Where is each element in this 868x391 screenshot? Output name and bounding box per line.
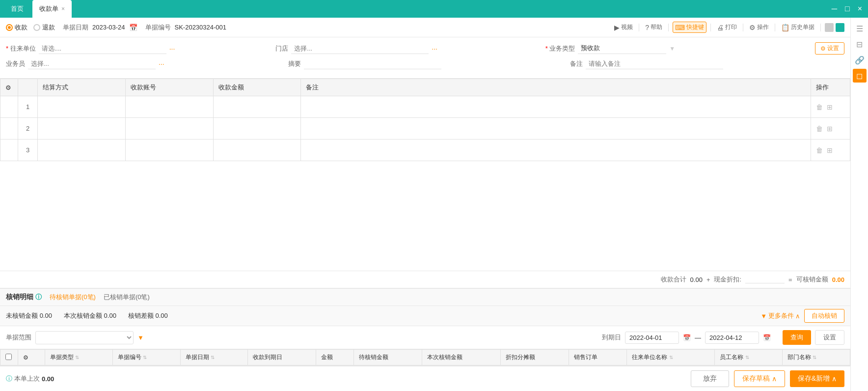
window-maximize[interactable]: □: [843, 4, 852, 13]
td-num-1: 1: [18, 96, 38, 118]
print-btn[interactable]: 🖨 打印: [715, 22, 739, 32]
sort-doc-no[interactable]: ⇅: [143, 355, 147, 360]
sort-staff[interactable]: ⇅: [745, 355, 749, 360]
hexiao-table-container: ⚙ 单据类型 ⇅ 单据编号 ⇅ 单据日期 ⇅: [0, 349, 850, 365]
sort-department[interactable]: ⇅: [813, 355, 816, 360]
layout-icon-2[interactable]: [836, 23, 844, 32]
store-field: 门店 ···: [275, 43, 537, 54]
td-amount-2[interactable]: [213, 118, 301, 140]
video-icon: ▶: [614, 24, 620, 31]
store-more-icon[interactable]: ···: [432, 45, 437, 53]
save-new-arrow[interactable]: ∧: [832, 375, 837, 383]
td-account-1[interactable]: [125, 96, 213, 118]
td-remarks-1[interactable]: [301, 96, 811, 118]
form-settings-btn[interactable]: ⚙ 设置: [815, 42, 844, 55]
hexiao-info-icon[interactable]: ⓘ: [35, 293, 42, 302]
abandon-btn[interactable]: 放弃: [691, 370, 729, 387]
help-btn[interactable]: ? 帮助: [643, 22, 664, 32]
th-gear[interactable]: ⚙: [18, 350, 45, 365]
td-settlement-2[interactable]: [38, 118, 126, 140]
td-amount-3[interactable]: [213, 140, 301, 161]
counterpart-input[interactable]: [39, 43, 166, 54]
date-to-input[interactable]: [705, 332, 759, 344]
save-new-btn[interactable]: 保存&新增 ∧: [790, 370, 844, 387]
td-remarks-3[interactable]: [301, 140, 811, 161]
delete-icon-1[interactable]: 🗑: [816, 103, 823, 111]
right-panel-icon-2[interactable]: ⊟: [853, 37, 867, 51]
doc-date-field: 单据日期 2023-03-24 📅: [63, 23, 137, 32]
copy-icon-3[interactable]: ⊞: [827, 146, 833, 154]
query-btn[interactable]: 查询: [783, 330, 811, 345]
td-actions-2: 🗑 ⊞: [811, 118, 850, 140]
radio-refund-label: 退款: [42, 23, 55, 32]
operations-btn[interactable]: ⚙ 操作: [747, 22, 771, 32]
hexiao-settings-btn[interactable]: 设置: [815, 330, 844, 345]
discount-input[interactable]: [745, 276, 785, 283]
td-account-3[interactable]: [125, 140, 213, 161]
more-conditions-btn[interactable]: ▼ 更多条件 ∧: [760, 311, 800, 320]
window-close[interactable]: ×: [856, 4, 864, 13]
td-account-2[interactable]: [125, 118, 213, 140]
select-all-checkbox[interactable]: [5, 354, 12, 360]
td-settlement-3[interactable]: [38, 140, 126, 161]
td-amount-1[interactable]: [213, 96, 301, 118]
td-remarks-2[interactable]: [301, 118, 811, 140]
salesperson-input[interactable]: [28, 58, 156, 69]
remarks-input[interactable]: [586, 58, 723, 69]
radio-refund[interactable]: 退款: [33, 23, 55, 32]
sort-doc-date[interactable]: ⇅: [211, 355, 215, 360]
tab-home[interactable]: 首页: [4, 0, 30, 18]
sort-counterpart[interactable]: ⇅: [669, 355, 673, 360]
business-type-arrow[interactable]: ▼: [669, 45, 675, 52]
save-draft-btn[interactable]: 保存草稿 ∧: [734, 370, 785, 387]
range-label: 单据范围: [6, 333, 31, 342]
cal-icon-2[interactable]: 📅: [763, 334, 771, 341]
footer-bar: ⓘ 本单上次 0.00 放弃 保存草稿 ∧ 保存&新增 ∧: [0, 365, 850, 391]
th-counterpart: 往来单位名称 ⇅: [627, 350, 715, 365]
pending-tab-link[interactable]: 待核销单据(0笔): [50, 293, 96, 302]
video-btn[interactable]: ▶ 视频: [612, 22, 635, 32]
cal-icon-1[interactable]: 📅: [683, 334, 691, 341]
th-settings[interactable]: ⚙: [0, 79, 18, 96]
remarks-label: 备注: [570, 59, 583, 68]
right-panel-icon-3[interactable]: 🔗: [853, 53, 867, 67]
delete-icon-2[interactable]: 🗑: [816, 125, 823, 133]
settings-label: 设置: [827, 44, 839, 53]
th-settlement: 结算方式: [38, 79, 126, 96]
date-from-input[interactable]: [625, 332, 679, 344]
range-field: 单据范围 ▼: [6, 331, 590, 344]
right-panel-icon-1[interactable]: ☰: [853, 22, 867, 35]
tab-close-icon[interactable]: ×: [61, 5, 65, 12]
calendar-icon[interactable]: 📅: [129, 24, 137, 31]
divider-4: [743, 24, 743, 31]
sort-doc-type[interactable]: ⇅: [75, 355, 79, 360]
window-minimize[interactable]: ─: [830, 4, 839, 13]
range-arrow[interactable]: ▼: [137, 334, 144, 341]
tab-current[interactable]: 收款单 ×: [32, 0, 72, 18]
save-draft-arrow[interactable]: ∧: [772, 375, 777, 383]
history-btn[interactable]: 📋 历史单据: [779, 22, 816, 32]
store-input[interactable]: [291, 43, 429, 54]
summary-input[interactable]: [304, 58, 441, 69]
layout-icon-1[interactable]: [825, 23, 834, 32]
auto-hexiao-btn[interactable]: 自动核销: [804, 309, 844, 323]
counterpart-label: 往来单位: [6, 44, 36, 53]
shortcut-btn[interactable]: ⌨ 快捷键: [673, 22, 706, 33]
done-tab-link[interactable]: 已核销单据(0笔): [104, 293, 150, 302]
print-icon: 🖨: [717, 24, 724, 31]
doc-date-value[interactable]: 2023-03-24: [92, 24, 125, 31]
table-row: 3 🗑 ⊞: [0, 140, 850, 161]
salesperson-more-icon[interactable]: ···: [159, 60, 164, 68]
footer-value: 0.00: [42, 375, 54, 383]
radio-receipt[interactable]: 收款: [6, 23, 27, 32]
copy-icon-1[interactable]: ⊞: [827, 103, 833, 111]
business-type-input[interactable]: [578, 43, 666, 54]
range-select[interactable]: [35, 331, 134, 344]
delete-icon-3[interactable]: 🗑: [816, 146, 823, 154]
plus-sign: +: [706, 276, 710, 283]
counterpart-more-icon[interactable]: ···: [169, 45, 175, 53]
copy-icon-2[interactable]: ⊞: [827, 125, 833, 133]
td-settlement-1[interactable]: [38, 96, 126, 118]
right-panel-icon-4[interactable]: ◻: [853, 69, 867, 83]
help-label: 帮助: [651, 23, 662, 31]
